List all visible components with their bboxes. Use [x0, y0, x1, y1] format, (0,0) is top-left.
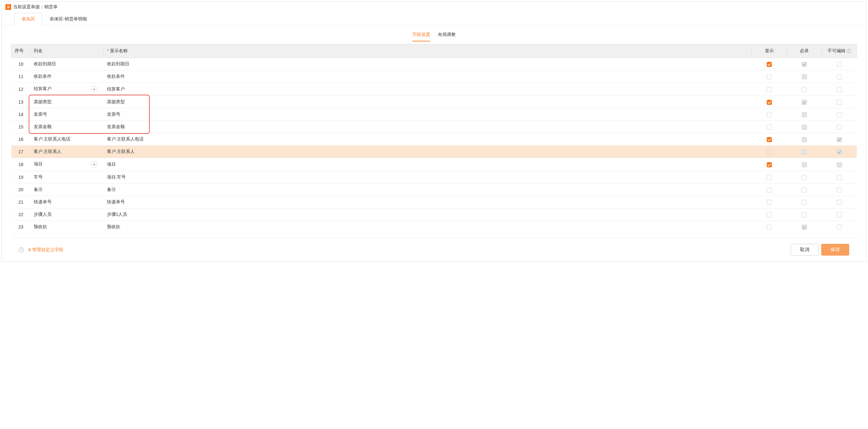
table-row[interactable]: 14发票号发票号	[11, 108, 857, 121]
main-tab-1[interactable]: 表体区-销货单明细	[42, 13, 94, 26]
show-checkbox[interactable]	[767, 188, 772, 193]
field-name-label: 发票号	[34, 112, 47, 117]
expand-toggle[interactable]	[5, 4, 11, 10]
cell-display-name[interactable]: 预收款	[104, 221, 752, 233]
table-row[interactable]: 20备注备注	[11, 183, 857, 196]
cell-required	[787, 83, 822, 96]
chevron-right-icon	[7, 5, 10, 9]
show-checkbox[interactable]	[767, 162, 772, 167]
col-required-header: 必录	[787, 44, 822, 58]
table-row[interactable]: 12结算客户+结算客户	[11, 83, 857, 96]
table-row[interactable]: 21快递单号快递单号	[11, 196, 857, 208]
cell-lock	[822, 133, 857, 146]
lock-checkbox[interactable]	[837, 125, 842, 130]
field-name-label: 客户.主联系人电话	[34, 136, 71, 142]
cell-name: 客户.主联系人	[31, 146, 104, 158]
cell-lock	[822, 83, 857, 96]
show-checkbox[interactable]	[767, 87, 772, 92]
cell-name: 备注	[31, 183, 104, 196]
table-row[interactable]: 13票据类型票据类型	[11, 96, 857, 108]
cell-display-name[interactable]: 结算客户	[104, 83, 752, 96]
cell-display-name[interactable]: 项目	[104, 158, 752, 171]
cell-display-name[interactable]: 发票号	[104, 108, 752, 121]
table-row[interactable]: 23预收款预收款	[11, 221, 857, 233]
table-row[interactable]: 11收款条件收款条件	[11, 70, 857, 83]
lock-checkbox[interactable]	[837, 62, 842, 67]
cell-seq: 14	[11, 108, 31, 121]
table-row[interactable]: 19车号项目.车号	[11, 171, 857, 183]
show-checkbox[interactable]	[767, 175, 772, 180]
lock-checkbox[interactable]	[837, 112, 842, 117]
required-checkbox	[802, 74, 807, 79]
lock-checkbox[interactable]	[837, 200, 842, 205]
cancel-button[interactable]: 取消	[790, 244, 819, 256]
cell-show	[752, 108, 787, 121]
main-tab-0[interactable]: 表头区	[14, 13, 42, 26]
cell-display-name[interactable]: 项目.车号	[104, 171, 752, 183]
cell-display-name[interactable]: 客户.主联系人	[104, 146, 752, 158]
lock-checkbox[interactable]	[837, 74, 842, 79]
cell-lock	[822, 158, 857, 171]
cell-display-name[interactable]: 客户.主联系人电话	[104, 133, 752, 146]
help-icon[interactable]: ?	[847, 49, 851, 53]
required-checkbox[interactable]	[802, 200, 807, 205]
lock-checkbox[interactable]	[837, 225, 842, 230]
table-row[interactable]: 10收款到期日收款到期日	[11, 58, 857, 70]
lock-checkbox[interactable]	[837, 188, 842, 193]
field-name-label: 发票金额	[34, 124, 52, 129]
table-row[interactable]: 16客户.主联系人电话客户.主联系人电话	[11, 133, 857, 146]
cell-name: 客户.主联系人电话	[31, 133, 104, 146]
show-checkbox[interactable]	[767, 225, 772, 230]
field-name-label: 快递单号	[34, 199, 52, 204]
lock-checkbox[interactable]	[837, 212, 842, 218]
cell-name: 发票金额	[31, 121, 104, 133]
cell-show	[752, 208, 787, 221]
required-checkbox[interactable]	[802, 87, 807, 92]
sub-tab-0[interactable]: 字段设置	[412, 30, 430, 41]
cell-name: 快递单号	[31, 196, 104, 208]
show-checkbox[interactable]	[767, 112, 772, 117]
show-checkbox[interactable]	[767, 100, 772, 105]
cell-required	[787, 171, 822, 183]
add-sub-field-button[interactable]: +	[91, 161, 97, 168]
show-checkbox[interactable]	[767, 74, 772, 79]
cell-show	[752, 221, 787, 233]
field-name-label: 车号	[34, 174, 43, 179]
table-row[interactable]: 15发票金额发票金额	[11, 121, 857, 133]
required-checkbox[interactable]	[802, 212, 807, 218]
field-name-label: 结算客户	[34, 86, 52, 91]
cell-name: 步骤人员	[31, 208, 104, 221]
cell-display-name[interactable]: 收款条件	[104, 70, 752, 83]
cell-display-name[interactable]: 备注	[104, 183, 752, 196]
required-checkbox	[802, 225, 807, 230]
save-button[interactable]: 保存	[821, 244, 849, 256]
table-row[interactable]: 18项目+项目	[11, 158, 857, 171]
required-checkbox[interactable]	[802, 175, 807, 180]
required-checkbox[interactable]	[802, 188, 807, 193]
required-checkbox	[802, 137, 807, 142]
lock-checkbox[interactable]	[837, 87, 842, 92]
cell-display-name[interactable]: 步骤1人员	[104, 208, 752, 221]
cell-display-name[interactable]: 发票金额	[104, 121, 752, 133]
cell-display-name[interactable]: 快递单号	[104, 196, 752, 208]
lock-checkbox[interactable]	[837, 175, 842, 180]
table-row[interactable]: 17客户.主联系人客户.主联系人	[11, 146, 857, 158]
lock-checkbox[interactable]	[837, 100, 842, 105]
cell-lock	[822, 70, 857, 83]
sub-tab-1[interactable]: 布局调整	[438, 30, 456, 41]
cell-display-name[interactable]: 收款到期日	[104, 58, 752, 70]
cell-display-name[interactable]: 票据类型	[104, 96, 752, 108]
cell-name: 收款到期日	[31, 58, 104, 70]
table-row[interactable]: 22步骤人员步骤1人员	[11, 208, 857, 221]
question-icon[interactable]: ?	[19, 247, 24, 252]
show-checkbox[interactable]	[767, 125, 772, 130]
show-checkbox[interactable]	[767, 62, 772, 67]
manage-custom-fields-link[interactable]: 管理自定义字段	[26, 247, 63, 253]
cell-seq: 19	[11, 171, 31, 183]
show-checkbox[interactable]	[767, 137, 772, 142]
cell-seq: 15	[11, 121, 31, 133]
show-checkbox[interactable]	[767, 149, 772, 154]
show-checkbox[interactable]	[767, 200, 772, 205]
show-checkbox[interactable]	[767, 212, 772, 218]
add-sub-field-button[interactable]: +	[91, 86, 97, 92]
